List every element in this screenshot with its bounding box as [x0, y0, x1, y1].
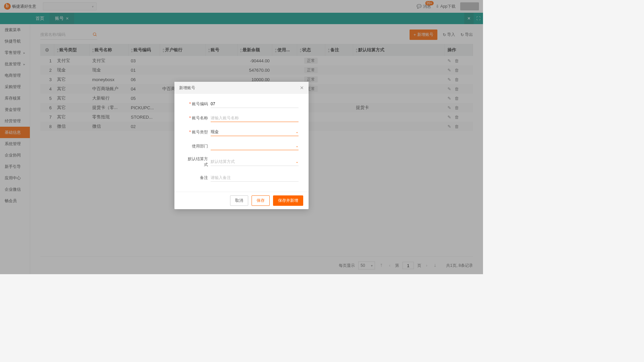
- account-type-select[interactable]: 现金 ⌄: [211, 128, 299, 136]
- field-label-code: 账号编码: [192, 102, 208, 106]
- save-button[interactable]: 保存: [252, 195, 270, 206]
- modal-title: 新增账号: [179, 85, 195, 91]
- modal-header: 新增账号 ✕: [174, 82, 309, 94]
- account-code-input[interactable]: [211, 100, 299, 108]
- department-select[interactable]: ⌄: [211, 142, 299, 150]
- modal-overlay: 新增账号 ✕ *账号编码 *账号名称 *账号类型 现金 ⌄: [0, 0, 483, 274]
- cancel-button[interactable]: 取消: [230, 195, 248, 206]
- account-name-input[interactable]: [211, 114, 299, 122]
- remark-input[interactable]: [211, 174, 299, 182]
- chevron-down-icon: ⌄: [296, 144, 299, 148]
- field-label-remark: 备注: [200, 175, 208, 180]
- chevron-down-icon: ⌄: [296, 160, 299, 164]
- chevron-down-icon: ⌄: [296, 130, 299, 134]
- field-label-settle: 默认结算方式: [188, 157, 208, 167]
- save-and-add-button[interactable]: 保存并新增: [273, 195, 303, 206]
- modal-close-button[interactable]: ✕: [300, 85, 304, 90]
- settlement-placeholder: 默认结算方式: [211, 159, 235, 165]
- field-label-type: 账号类型: [192, 130, 208, 134]
- field-label-name: 账号名称: [192, 116, 208, 120]
- add-account-modal: 新增账号 ✕ *账号编码 *账号名称 *账号类型 现金 ⌄: [174, 82, 309, 209]
- account-type-value: 现金: [211, 129, 219, 135]
- field-label-dept: 使用部门: [192, 144, 208, 148]
- settlement-select[interactable]: 默认结算方式 ⌄: [211, 158, 299, 166]
